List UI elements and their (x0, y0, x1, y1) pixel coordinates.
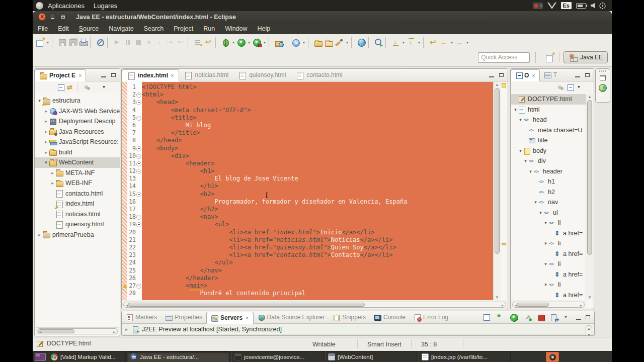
expanded-arrow-icon[interactable]: ▾ (543, 241, 548, 246)
fold-minus-icon[interactable] (136, 167, 142, 175)
outline-item-meta-charset-u[interactable]: meta charset=U (511, 125, 586, 136)
expanded-arrow-icon[interactable]: ▾ (543, 261, 548, 266)
volume-icon[interactable] (591, 3, 595, 8)
upbar-icon[interactable] (407, 38, 416, 47)
minimize-view-button[interactable] (101, 73, 106, 77)
expand-arrow-icon[interactable]: ▸ (124, 327, 129, 332)
menu-navigate[interactable]: Navigate (104, 24, 138, 33)
editor-tab-quiensoy-html[interactable]: quiensoy.html (233, 69, 291, 81)
fold-minus-icon[interactable] (136, 282, 142, 290)
outline-item-title[interactable]: title (511, 135, 586, 146)
server-row[interactable]: ▸ J2EE Preview at localhost [Started, Sy… (122, 324, 594, 335)
ext-icon[interactable] (252, 38, 262, 47)
workspace-switcher[interactable] (35, 353, 46, 361)
minimize-view-button[interactable] (576, 315, 581, 320)
menu-source[interactable]: Source (74, 24, 104, 33)
fold-minus-icon[interactable] (136, 99, 142, 106)
perspective-java-ee-button[interactable]: Java EE (564, 51, 608, 63)
outline-item-li[interactable]: ▾li (511, 259, 586, 269)
stepin-icon[interactable] (155, 38, 165, 47)
dropdown-arrow-icon[interactable]: ▾ (401, 40, 406, 45)
distributor-logo-icon[interactable] (36, 2, 43, 10)
battery-icon[interactable] (576, 3, 586, 9)
minimize-view-button[interactable] (575, 73, 580, 77)
outline-item-head[interactable]: ▾head (511, 115, 586, 125)
menu-search[interactable]: Search (139, 24, 169, 33)
outline-item-a-href-[interactable]: a href= (511, 228, 586, 239)
drag-handle[interactable] (599, 70, 607, 72)
maximize-view-button[interactable] (585, 73, 590, 77)
brush-icon[interactable] (335, 38, 344, 47)
stop-server-icon[interactable] (537, 313, 545, 322)
outline-hscrollbar[interactable]: ◂▸ (511, 301, 586, 308)
maximize-view-button[interactable] (111, 73, 116, 77)
sglobe-icon[interactable] (291, 38, 301, 47)
dropdown-arrow-icon[interactable]: ▾ (417, 40, 422, 45)
menu-run[interactable]: Run (198, 24, 220, 33)
lastedit-icon[interactable] (204, 38, 213, 47)
folding-column[interactable] (136, 82, 142, 300)
filters-icon[interactable] (557, 83, 566, 92)
editor-tab-index-html[interactable]: index.html× (122, 69, 179, 81)
downbar-icon[interactable] (391, 38, 400, 47)
backbent-icon[interactable] (429, 38, 438, 47)
stepret-icon[interactable] (176, 38, 186, 47)
dropdown-arrow-icon[interactable]: ▾ (247, 40, 252, 45)
expanded-arrow-icon[interactable]: ▾ (543, 282, 548, 287)
expanded-arrow-icon[interactable]: ▾ (523, 158, 528, 163)
outline-item-ul[interactable]: ▾ul (511, 208, 586, 218)
print-icon[interactable] (78, 38, 88, 47)
editor-vscrollbar[interactable]: ▲ ▼ (493, 82, 501, 300)
filters-icon[interactable] (84, 83, 92, 92)
newee-icon[interactable] (274, 38, 284, 47)
outline-item-h1[interactable]: h1 (511, 176, 586, 187)
menu-aplicaciones[interactable]: Aplicaciones (43, 2, 89, 10)
collapsed-arrow-icon[interactable]: ▸ (43, 109, 49, 114)
link-with-editor-icon[interactable] (66, 83, 75, 92)
outline-item-a-href-[interactable]: a href= (511, 249, 586, 259)
collapsed-arrow-icon[interactable]: ▸ (50, 170, 55, 175)
tree-item-meta-inf[interactable]: ▸META-INF (35, 168, 120, 178)
saveall-icon[interactable] (68, 38, 77, 47)
tree-item-build[interactable]: ▸build (35, 147, 120, 158)
session-gear-icon[interactable] (599, 3, 606, 9)
suspend-icon[interactable] (123, 38, 133, 47)
expanded-arrow-icon[interactable]: ▾ (518, 117, 523, 122)
tree-item-noticias-html[interactable]: noticias.html (35, 209, 120, 220)
editor-tab-contacto-html[interactable]: contacto.html (291, 69, 347, 81)
tree-item-java-resources[interactable]: ▸Java Resources (35, 127, 120, 137)
collapsed-arrow-icon[interactable]: ▸ (43, 119, 49, 124)
tab-markers[interactable]: Markers (122, 311, 161, 323)
code-editor[interactable]: <!DOCTYPE html><html> <head> <meta chars… (142, 82, 493, 300)
explorer-hscrollbar[interactable]: ◂▸ (36, 327, 119, 335)
save-icon[interactable] (57, 38, 67, 47)
minimize-editor-button[interactable] (489, 73, 494, 77)
menu-project[interactable]: Project (169, 24, 198, 33)
screen-recorder-icon[interactable] (533, 3, 543, 9)
collapsed-arrow-icon[interactable]: ▸ (37, 232, 42, 237)
outline-item-a-href-[interactable]: a href= (511, 290, 586, 301)
collapse-all-icon[interactable] (482, 313, 491, 322)
fold-minus-icon[interactable] (136, 191, 142, 198)
outline-item-nav[interactable]: ▾nav (511, 197, 586, 208)
tab-snippets[interactable]: Snippets (329, 311, 370, 323)
tab-project-explorer[interactable]: Project E× (35, 69, 86, 81)
editor-tab-noticias-html[interactable]: noticias.html (179, 69, 233, 81)
view-menu-icon[interactable] (101, 83, 110, 92)
collapsed-arrow-icon[interactable]: ▸ (43, 129, 49, 134)
outline-item-a-href-[interactable]: a href= (511, 269, 586, 280)
tab-task-list[interactable]: T (540, 69, 561, 81)
stop-icon[interactable] (134, 38, 143, 47)
tree-item-javascript-resource-[interactable]: ▸JavaScript Resource: (35, 137, 120, 147)
taskbar-chrome[interactable]: [Valid] Markup Valid... (48, 351, 126, 362)
new-icon[interactable] (35, 38, 45, 47)
maximize-editor-button[interactable] (499, 73, 504, 77)
fold-minus-icon[interactable] (136, 221, 142, 228)
tab-properties[interactable]: Properties (161, 311, 206, 323)
collapsed-arrow-icon[interactable]: ▸ (43, 150, 49, 155)
dropdown-arrow-icon[interactable]: ▾ (449, 40, 454, 45)
expanded-arrow-icon[interactable]: ▾ (43, 160, 49, 165)
resume-icon[interactable] (113, 38, 122, 47)
expanded-arrow-icon[interactable]: ▾ (528, 169, 533, 174)
expanded-arrow-icon[interactable]: ▾ (518, 148, 523, 153)
